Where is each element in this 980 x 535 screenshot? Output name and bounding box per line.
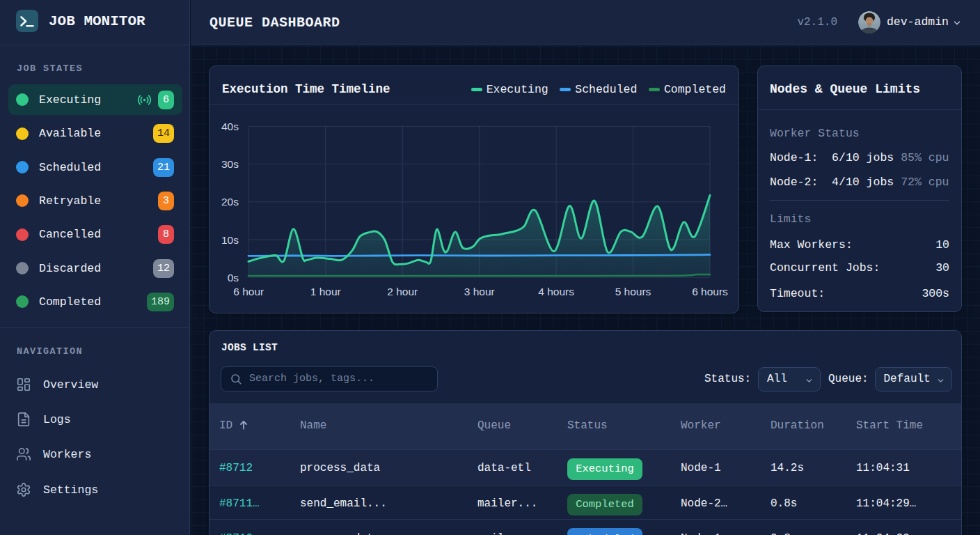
svg-text:20s: 20s — [221, 196, 239, 208]
svg-text:0s: 0s — [228, 272, 239, 284]
svg-text:6 hours: 6 hours — [692, 286, 728, 297]
svg-text:5 hours: 5 hours — [615, 286, 651, 297]
svg-text:4 hours: 4 hours — [538, 286, 574, 297]
svg-text:40s: 40s — [221, 121, 239, 132]
svg-text:6 hour: 6 hour — [233, 286, 264, 297]
svg-text:3 hour: 3 hour — [464, 286, 495, 297]
svg-text:30s: 30s — [221, 158, 239, 170]
svg-text:1 hour: 1 hour — [310, 286, 341, 297]
svg-text:10s: 10s — [221, 234, 239, 246]
svg-text:2 hour: 2 hour — [387, 286, 418, 297]
